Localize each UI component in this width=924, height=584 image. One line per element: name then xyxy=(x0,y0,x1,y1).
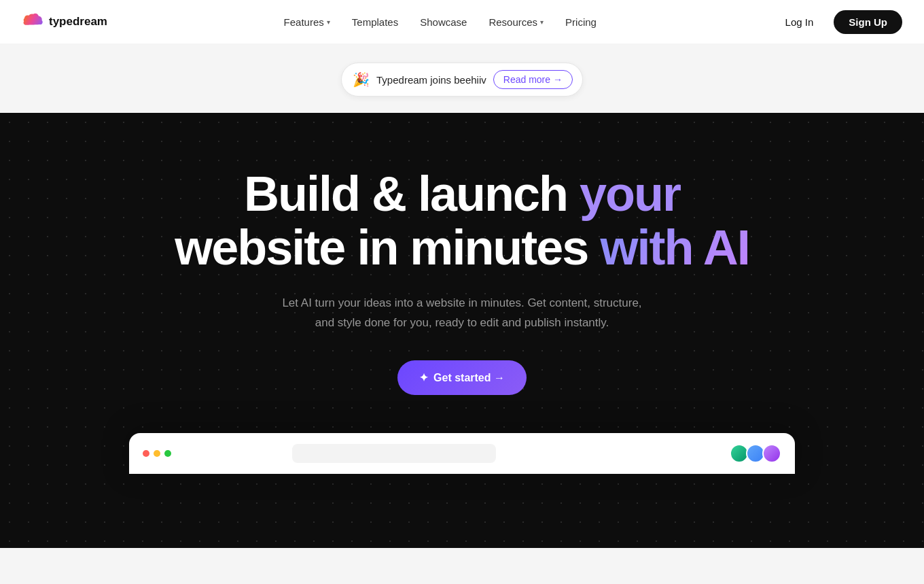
nav-item-resources[interactable]: Resources ▾ xyxy=(479,11,553,33)
nav-pricing-label: Pricing xyxy=(565,16,597,28)
dot-green xyxy=(164,450,171,457)
navbar: typedream Features ▾ Templates Showcase … xyxy=(0,0,924,44)
resources-chevron-icon: ▾ xyxy=(540,18,544,26)
preview-avatars xyxy=(730,444,781,463)
signup-button[interactable]: Sign Up xyxy=(834,10,902,34)
nav-item-showcase[interactable]: Showcase xyxy=(410,11,476,33)
get-started-button[interactable]: ✦ Get started → xyxy=(397,360,527,395)
url-bar xyxy=(292,444,496,463)
logo-text: typedream xyxy=(49,15,107,29)
hero-title-your: your xyxy=(580,167,680,221)
hero-title-line1: Build & launch your xyxy=(244,167,680,221)
announcement-text: Typedream joins beehiiv xyxy=(376,74,486,86)
hero-title-line2: website in minutes with AI xyxy=(175,220,749,275)
get-started-label: Get started → xyxy=(433,372,505,384)
nav-actions: Log In Sign Up xyxy=(773,10,902,34)
announcement-section: 🎉 Typedream joins beehiiv Read more → xyxy=(0,44,924,113)
nav-showcase-label: Showcase xyxy=(420,16,467,28)
hero-title: Build & launch your website in minutes w… xyxy=(27,167,897,275)
announcement-pill: 🎉 Typedream joins beehiiv Read more → xyxy=(341,63,583,97)
read-more-link[interactable]: Read more → xyxy=(493,70,573,89)
features-chevron-icon: ▾ xyxy=(327,18,330,26)
hero-title-with-ai: with AI xyxy=(600,220,749,275)
sparkle-icon: ✦ xyxy=(419,371,428,384)
nav-templates-label: Templates xyxy=(352,16,398,28)
hero-section: Build & launch your website in minutes w… xyxy=(0,113,924,548)
preview-container xyxy=(27,433,897,474)
dot-red xyxy=(143,450,149,457)
logo[interactable]: typedream xyxy=(22,11,107,33)
preview-card xyxy=(129,433,795,474)
logo-icon xyxy=(22,11,43,33)
hero-title-build-launch: Build & launch xyxy=(244,167,580,221)
window-dots xyxy=(143,450,171,457)
nav-item-pricing[interactable]: Pricing xyxy=(556,11,606,33)
nav-features-label: Features xyxy=(284,16,324,28)
announcement-emoji: 🎉 xyxy=(353,73,370,86)
login-button[interactable]: Log In xyxy=(773,11,826,33)
nav-resources-label: Resources xyxy=(488,16,537,28)
nav-item-features[interactable]: Features ▾ xyxy=(274,11,340,33)
nav-links: Features ▾ Templates Showcase Resources … xyxy=(107,11,773,33)
hero-subtitle: Let AI turn your ideas into a website in… xyxy=(279,294,645,333)
dot-yellow xyxy=(154,450,160,457)
avatar-3 xyxy=(762,444,781,463)
nav-item-templates[interactable]: Templates xyxy=(342,11,408,33)
hero-title-website-minutes: website in minutes xyxy=(175,220,600,275)
